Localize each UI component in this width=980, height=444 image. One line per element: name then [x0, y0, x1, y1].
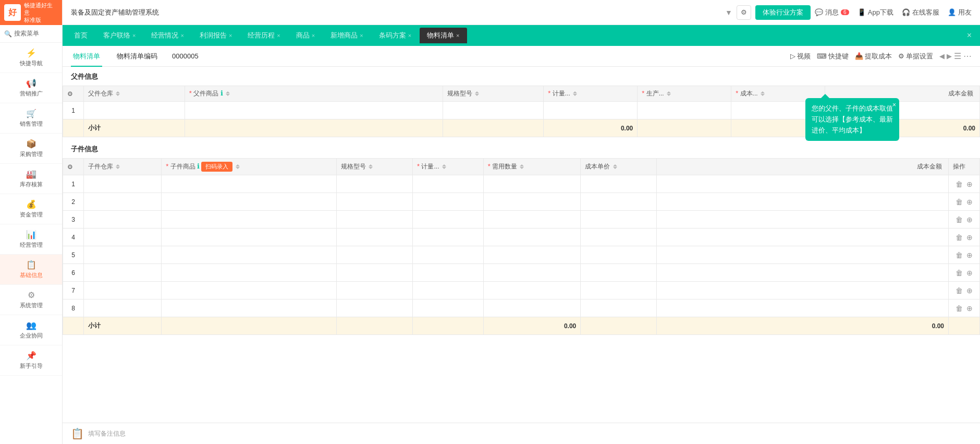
sub-tab-bom-code[interactable]: 物料清单编码	[115, 46, 160, 67]
online-service-button[interactable]: 🎧 在线客服	[902, 8, 939, 17]
tab-barcode-close[interactable]: ×	[408, 32, 411, 39]
copy-row-8-button[interactable]: ⊕	[966, 304, 973, 313]
tab-bom-close[interactable]: ×	[456, 32, 459, 39]
sidebar-item-marketing[interactable]: 📢 营销推广	[0, 73, 62, 103]
copy-row-4-button[interactable]: ⊕	[966, 233, 973, 242]
sidebar-item-collab[interactable]: 👥 企业协同	[0, 315, 62, 345]
parent-col-settings[interactable]: ⚙	[63, 86, 84, 102]
sidebar-item-purchase[interactable]: 📦 采购管理	[0, 134, 62, 164]
child-cell-unit-4[interactable]	[413, 229, 484, 246]
search-menu-item[interactable]: 🔍 搜索菜单	[0, 25, 62, 43]
sidebar-item-finance[interactable]: 💰 资金管理	[0, 194, 62, 224]
tab-barcode[interactable]: 条码方案 ×	[372, 28, 419, 43]
grid-view-button[interactable]: ☰	[954, 51, 961, 61]
child-cell-product-5[interactable]	[162, 246, 337, 264]
child-cell-qty-8[interactable]	[483, 299, 581, 317]
child-cell-spec-4[interactable]	[336, 229, 412, 246]
child-cell-unit-price-5[interactable]	[581, 246, 657, 264]
sidebar-item-quick-nav[interactable]: ⚡ 快捷导航	[0, 43, 62, 73]
tab-operations-close[interactable]: ×	[180, 32, 183, 39]
sidebar-item-guide[interactable]: 📌 新手引导	[0, 345, 62, 376]
delete-row-2-button[interactable]: 🗑	[956, 198, 963, 206]
product-sort[interactable]	[226, 91, 230, 96]
copy-row-7-button[interactable]: ⊕	[966, 286, 973, 295]
unit-sort[interactable]	[573, 91, 577, 96]
product-help-icon[interactable]: ℹ	[220, 89, 223, 97]
sidebar-item-operations[interactable]: 📊 经营管理	[0, 224, 62, 255]
child-product-help-icon[interactable]: ℹ	[197, 162, 200, 170]
child-cell-warehouse-6[interactable]	[84, 264, 162, 282]
child-unit-sort[interactable]	[442, 164, 446, 169]
delete-row-4-button[interactable]: 🗑	[956, 233, 963, 242]
child-col-settings[interactable]: ⚙	[63, 159, 84, 175]
child-cell-warehouse-4[interactable]	[84, 229, 162, 246]
copy-row-2-button[interactable]: ⊕	[966, 198, 973, 206]
child-cell-product-6[interactable]	[162, 264, 337, 282]
child-warehouse-sort[interactable]	[116, 164, 120, 169]
child-cell-qty-2[interactable]	[483, 193, 581, 211]
child-cell-qty-7[interactable]	[483, 282, 581, 299]
parent-cell-warehouse-1[interactable]	[84, 102, 185, 119]
shortcut-action[interactable]: ⌨ 快捷键	[817, 52, 849, 61]
child-cell-qty-6[interactable]	[483, 264, 581, 282]
tab-new-goods[interactable]: 新增商品 ×	[323, 28, 370, 43]
tab-customer[interactable]: 客户联络 ×	[96, 28, 143, 43]
child-cell-spec-2[interactable]	[336, 193, 412, 211]
spec-sort[interactable]	[475, 91, 479, 96]
child-cell-spec-5[interactable]	[336, 246, 412, 264]
child-cell-warehouse-7[interactable]	[84, 282, 162, 299]
copy-row-6-button[interactable]: ⊕	[966, 269, 973, 277]
more-options-button[interactable]: ⋯	[963, 51, 972, 61]
child-cell-unit-7[interactable]	[413, 282, 484, 299]
copy-row-5-button[interactable]: ⊕	[966, 251, 973, 259]
tab-history-close[interactable]: ×	[277, 32, 280, 39]
produce-sort[interactable]	[667, 91, 671, 96]
nav-next-button[interactable]: ▶	[947, 52, 952, 60]
child-cell-warehouse-3[interactable]	[84, 211, 162, 229]
sidebar-item-sales[interactable]: 🛒 销售管理	[0, 103, 62, 134]
tab-goods[interactable]: 商品 ×	[289, 28, 322, 43]
delete-row-5-button[interactable]: 🗑	[956, 251, 963, 259]
child-qty-sort[interactable]	[520, 164, 524, 169]
app-download-button[interactable]: 📱 App下载	[858, 8, 893, 17]
child-cell-qty-1[interactable]	[483, 175, 581, 193]
child-cell-warehouse-5[interactable]	[84, 246, 162, 264]
tab-profit-close[interactable]: ×	[229, 32, 232, 39]
child-cell-unit-price-6[interactable]	[581, 264, 657, 282]
nav-prev-button[interactable]: ◀	[939, 52, 945, 60]
child-cell-unit-8[interactable]	[413, 299, 484, 317]
tab-history[interactable]: 经营历程 ×	[240, 28, 287, 43]
tab-operations[interactable]: 经营情况 ×	[144, 28, 191, 43]
child-cell-spec-7[interactable]	[336, 282, 412, 299]
child-cell-warehouse-2[interactable]	[84, 193, 162, 211]
close-all-tabs-button[interactable]: ×	[963, 31, 976, 40]
parent-cell-product-1[interactable]	[185, 102, 443, 119]
child-cell-unit-price-8[interactable]	[581, 299, 657, 317]
delete-row-6-button[interactable]: 🗑	[956, 269, 963, 277]
child-cell-warehouse-1[interactable]	[84, 175, 162, 193]
delete-row-8-button[interactable]: 🗑	[956, 304, 963, 313]
parent-cell-unit-1[interactable]	[544, 102, 638, 119]
tab-profit[interactable]: 利润报告 ×	[192, 28, 239, 43]
parent-cell-produce-1[interactable]	[638, 102, 731, 119]
note-placeholder[interactable]: 填写备注信息	[88, 429, 126, 438]
parent-cell-spec-1[interactable]	[443, 102, 544, 119]
dropdown-arrow[interactable]: ▼	[725, 8, 732, 17]
tab-goods-close[interactable]: ×	[312, 32, 315, 39]
delete-row-1-button[interactable]: 🗑	[956, 180, 963, 188]
child-cell-unit-5[interactable]	[413, 246, 484, 264]
child-cell-product-4[interactable]	[162, 229, 337, 246]
child-cell-product-7[interactable]	[162, 282, 337, 299]
cost-sort[interactable]	[761, 91, 765, 96]
child-cell-warehouse-8[interactable]	[84, 299, 162, 317]
tab-home[interactable]: 首页	[67, 28, 95, 43]
child-cell-qty-3[interactable]	[483, 211, 581, 229]
settings-gear-button[interactable]: ⚙	[737, 5, 751, 20]
child-product-sort[interactable]	[236, 164, 240, 169]
child-cell-unit-3[interactable]	[413, 211, 484, 229]
sub-tab-bom[interactable]: 物料清单	[71, 46, 102, 67]
child-cell-spec-8[interactable]	[336, 299, 412, 317]
child-cell-spec-3[interactable]	[336, 211, 412, 229]
child-cell-unit-price-7[interactable]	[581, 282, 657, 299]
child-cell-unit-1[interactable]	[413, 175, 484, 193]
